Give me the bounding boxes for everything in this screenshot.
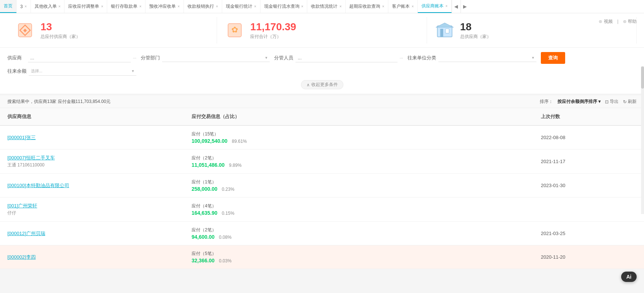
supplier-info: [000001]张三: [7, 133, 192, 142]
supplier-link[interactable]: [000012]广州贝瑞: [7, 231, 45, 236]
nav-item-bank-deposit[interactable]: 银行存取款单 ×: [107, 0, 146, 13]
supplier-link[interactable]: [000100]本特勤油品有限公司: [7, 183, 69, 188]
chevron-down-icon: ▾: [532, 55, 534, 60]
tx-pct: 0.08%: [219, 235, 231, 240]
table-row: [000100]本特勤油品有限公司 应付（1笔） 258,000.00 0.23…: [0, 174, 644, 197]
nav-right-arrow[interactable]: ▶: [461, 0, 469, 13]
tx-pct: 89.61%: [232, 139, 247, 144]
scrollbar-track: [641, 66, 644, 214]
nav-item-customer-book[interactable]: 客户账本 ×: [388, 0, 418, 13]
nav-item-receipt-stat[interactable]: 收款情况统计 ×: [307, 0, 346, 13]
close-icon[interactable]: ×: [139, 4, 141, 8]
table-header: 供应商信息 应付交易信息（占比） 上次付数: [0, 108, 644, 126]
balance-select[interactable]: 选择... ▾: [29, 67, 136, 76]
supplier-info: [000002]李四: [7, 252, 192, 262]
top-nav: 首页 3 × 其他收入单 × 应收应付调整单 × 银行存取款单 × 预收冲应收单…: [0, 0, 644, 13]
header-lastpay: 上次付数: [541, 112, 637, 121]
supplier-info: [000100]本特勤油品有限公司: [7, 181, 192, 190]
supplier-input[interactable]: [28, 54, 131, 62]
close-icon[interactable]: ×: [412, 4, 414, 8]
last-pay: 2021-03-25: [541, 229, 637, 238]
table-row: [000007]恒旺二手叉车 王通 17106110000 应付（2笔） 11,…: [0, 149, 644, 174]
nav-item-overdue-ar[interactable]: 超期应收款查询 ×: [346, 0, 388, 13]
nav-item-other-income[interactable]: 其他收入单 ×: [31, 0, 65, 13]
result-text: 搜索结果中，供应商13家 应付金额111,703,854.00元: [7, 99, 111, 105]
nav-item-home[interactable]: 首页: [0, 0, 17, 13]
tx-amount: 100,092,540.00: [192, 138, 227, 144]
query-button[interactable]: 查询: [541, 52, 565, 64]
close-icon[interactable]: ×: [445, 4, 448, 8]
supplier-link[interactable]: [000001]张三: [7, 135, 36, 140]
supplier-sub: 仔仔: [7, 210, 192, 216]
filter-dept: 分管部门 ▾: [141, 54, 270, 62]
dept-select[interactable]: ▾: [162, 54, 270, 62]
svg-marker-8: [436, 23, 454, 27]
nav-item-ar-ap-adjust[interactable]: 应收应付调整单 ×: [64, 0, 107, 13]
store-icon: [434, 20, 455, 41]
last-pay: 2022-08-08: [541, 133, 637, 142]
svg-rect-6: [440, 29, 443, 37]
close-icon[interactable]: ×: [216, 4, 218, 8]
unit-type-select[interactable]: ▾: [438, 54, 536, 62]
help-icon: ⊙: [623, 19, 627, 24]
last-pay: 2023-01-30: [541, 181, 637, 190]
tx-label: 应付（5笔）: [192, 251, 541, 257]
result-summary: 搜索结果中，供应商13家 应付金额111,703,854.00元: [7, 99, 111, 105]
result-bar: 搜索结果中，供应商13家 应付金额111,703,854.00元 排序： 按应付…: [0, 96, 644, 108]
tx-info: 应付（1笔） 258,000.00 0.23%: [192, 177, 541, 193]
nav-left-arrow[interactable]: ◀: [452, 0, 461, 13]
collapse-bar: ∧ 收起更多条件: [7, 79, 637, 91]
nav-item-prepay-collect[interactable]: 预收冲应收单 ×: [146, 0, 184, 13]
header-supplier: 供应商信息: [7, 112, 192, 121]
nav-item-cash-bank-stat[interactable]: 现金银行统计 ×: [222, 0, 260, 13]
close-icon[interactable]: ×: [301, 4, 304, 8]
help-link[interactable]: ⊙ 帮助: [623, 18, 637, 25]
svg-text:◆: ◆: [23, 27, 27, 33]
person-label: 分管人员: [274, 55, 293, 61]
nav-item-cash-bank-flow[interactable]: 现金银行流水查询 ×: [260, 0, 308, 13]
filter-person: 分管人员 ···: [274, 54, 403, 62]
filter-balance: 往来余额 选择... ▾: [7, 67, 136, 76]
tx-info: 应付（15笔） 100,092,540.00 89.61%: [192, 130, 541, 145]
close-icon[interactable]: ×: [101, 4, 103, 8]
supplier-link[interactable]: [001]广州荣轩: [7, 203, 37, 208]
scrollbar-thumb[interactable]: [641, 66, 644, 89]
close-icon[interactable]: ×: [254, 4, 256, 8]
supplier-link[interactable]: [000007]恒旺二手叉车: [7, 155, 55, 161]
tx-amount: 94,600.00: [192, 234, 214, 240]
refresh-icon: ↻: [623, 99, 627, 104]
close-icon[interactable]: ×: [382, 4, 384, 8]
video-link[interactable]: ⊙ 视频: [599, 18, 612, 25]
nav-item-supplier-book[interactable]: 供应商账本 ×: [418, 0, 452, 13]
supplier-label: 供应商: [7, 55, 26, 61]
last-pay: 2020-11-20: [541, 253, 637, 261]
close-icon[interactable]: ×: [339, 4, 342, 8]
tx-amount: 11,051,486.00: [192, 162, 225, 168]
summary-bar: ◆ 13 总应付供应商（家） ✿ 11,170.39 应付合计（万）: [0, 13, 644, 48]
supplier-dots-icon[interactable]: ···: [133, 56, 136, 60]
header-tx: 应付交易信息（占比）: [192, 112, 541, 121]
close-icon[interactable]: ×: [25, 4, 27, 8]
supplier-info: [001]广州荣轩 仔仔: [7, 201, 192, 218]
tx-info: 应付（2笔） 94,600.00 0.08%: [192, 225, 541, 241]
export-button[interactable]: ⊡ 导出: [605, 99, 619, 105]
nav-item-receipt-verify[interactable]: 收款核销执行 ×: [184, 0, 222, 13]
supplier-link[interactable]: [000002]李四: [7, 254, 36, 260]
close-icon[interactable]: ×: [59, 4, 61, 8]
tx-label: 应付（1笔）: [192, 179, 541, 185]
person-input[interactable]: [295, 54, 398, 62]
total-suppliers-number: 18: [460, 21, 491, 33]
svg-rect-7: [445, 29, 449, 33]
refresh-button[interactable]: ↻ 刷新: [623, 99, 637, 105]
filter-row-2: 往来余额 选择... ▾: [7, 67, 637, 76]
payable-total-number: 11,170.39: [250, 21, 296, 33]
top-right-links: ⊙ 视频 ｜ ⊙ 帮助: [599, 18, 637, 25]
person-dots-icon[interactable]: ···: [400, 56, 403, 60]
close-icon[interactable]: ×: [178, 4, 180, 8]
nav-item-tab3[interactable]: 3 ×: [17, 0, 31, 13]
payable-total-label: 应付合计（万）: [250, 34, 296, 40]
collapse-button[interactable]: ∧ 收起更多条件: [301, 80, 343, 89]
summary-card-payable-suppliers: ◆ 13 总应付供应商（家）: [7, 17, 217, 44]
sort-value[interactable]: 按应付余额倒序排序 ▾: [557, 99, 601, 105]
summary-card-payable-total: ✿ 11,170.39 应付合计（万）: [217, 17, 427, 44]
